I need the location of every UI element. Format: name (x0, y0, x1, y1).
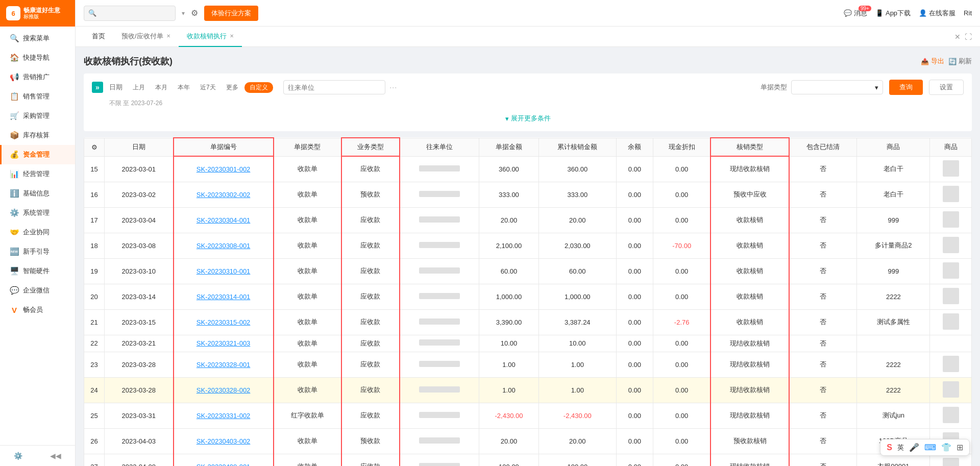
bill-no-link[interactable]: SK-20230301-002 (197, 165, 251, 173)
logo-line1: 畅康道好生意 (23, 7, 60, 14)
ime-keyboard-icon[interactable]: ⌨ (924, 443, 936, 452)
bill-no-link[interactable]: SK-20230315-002 (197, 318, 251, 326)
topbar-gear-icon[interactable]: ⚙ (191, 8, 198, 18)
sidebar-item-finance[interactable]: 💰 资金管理 (0, 145, 75, 164)
bill-no-link[interactable]: SK-20230403-002 (197, 437, 251, 445)
ime-lang-label[interactable]: 英 (897, 443, 904, 452)
message-icon: 💬 (844, 9, 852, 17)
unit-input[interactable] (283, 80, 385, 94)
bill-no-link[interactable]: SK-20230408-001 (197, 463, 251, 467)
table-row: 16 2023-03-02 SK-20230302-002 收款单 预收款 33… (84, 182, 972, 207)
tab-prepay-close[interactable]: ✕ (166, 33, 170, 39)
cell-included: 否 (789, 309, 857, 335)
bill-no-link[interactable]: SK-20230328-002 (197, 386, 251, 394)
query-button[interactable]: 查询 (889, 80, 923, 95)
sidebar-item-marketing[interactable]: 📢 营销推广 (0, 67, 75, 87)
cell-goods2 (930, 335, 972, 352)
sidebar-item-inventory[interactable]: 📦 库存核算 (0, 126, 75, 145)
cell-unit (400, 182, 479, 207)
tab-prepay[interactable]: 预收/应收付单 ✕ (113, 27, 179, 47)
cell-bill-type: 收款单 (274, 258, 342, 284)
ime-mic-icon[interactable]: 🎤 (909, 443, 919, 452)
date-btn-more[interactable]: 更多 (222, 82, 242, 93)
date-btn-custom[interactable]: 自定义 (244, 82, 273, 93)
cell-bill-no: SK-20230304-001 (174, 207, 274, 233)
page-actions: 📤 导出 🔄 刷新 (921, 57, 972, 66)
ime-apps-icon[interactable]: ⊞ (957, 443, 963, 452)
app-download-button[interactable]: 📱 App下载 (875, 9, 911, 18)
table-row: 17 2023-03-04 SK-20230304-001 收款单 应收款 20… (84, 207, 972, 233)
col-bill-no: 单据编号 (174, 138, 274, 156)
sidebar-item-member[interactable]: V 畅会员 (0, 300, 75, 320)
cell-bill-type: 收款单 (274, 309, 342, 335)
date-btn-thisyear[interactable]: 本年 (174, 82, 194, 93)
cell-goods1: 老白干 (857, 182, 930, 207)
bill-no-link[interactable]: SK-20230314-001 (197, 293, 251, 301)
sidebar-item-hardware[interactable]: 🖥️ 智能硬件 (0, 261, 75, 281)
date-btn-thismonth[interactable]: 本月 (151, 82, 172, 93)
cell-balance: 0.00 (616, 428, 653, 454)
sidebar-item-quicknav[interactable]: 🏠 快捷导航 (0, 48, 75, 67)
tab-expand-icon[interactable]: ⛶ (965, 33, 972, 41)
solution-button[interactable]: 体验行业方案 (204, 6, 258, 21)
bill-no-link[interactable]: SK-20230308-001 (197, 242, 251, 250)
tab-home[interactable]: 首页 (84, 27, 113, 47)
ime-shirt-icon[interactable]: 👕 (941, 443, 951, 452)
topbar-search-box[interactable]: 🔍 (84, 6, 176, 21)
cell-bill-no: SK-20230310-001 (174, 258, 274, 284)
filter-expand-toggle[interactable]: » (92, 82, 103, 93)
sidebar-item-corp[interactable]: 🤝 企业协同 (0, 223, 75, 242)
cell-unit (400, 377, 479, 403)
sidebar-item-guide[interactable]: 🆕 新手引导 (0, 242, 75, 261)
settings-gear-icon[interactable]: ⚙️ (10, 450, 27, 462)
bill-no-link[interactable]: SK-20230310-001 (197, 267, 251, 275)
cell-writeoff-amount: 333.00 (538, 182, 616, 207)
cell-biz-type: 应收款 (341, 309, 400, 335)
cell-balance: 0.00 (616, 284, 653, 309)
sidebar-item-basic[interactable]: ℹ️ 基础信息 (0, 184, 75, 203)
marketing-icon: 📢 (10, 72, 19, 82)
sidebar-item-sales[interactable]: 📋 销售管理 (0, 87, 75, 106)
collapse-icon[interactable]: ◀◀ (46, 450, 65, 462)
user-menu[interactable]: Rit (964, 9, 972, 17)
tab-writeoff[interactable]: 收款核销执行 ✕ (179, 27, 242, 47)
col-unit: 往来单位 (400, 138, 479, 156)
online-service-button[interactable]: 👤 在线客服 (919, 9, 955, 18)
bill-no-link[interactable]: SK-20230321-003 (197, 339, 251, 347)
cell-writeoff-type: 现结收款核销 (710, 352, 789, 377)
sidebar-label-corp: 企业协同 (23, 228, 50, 237)
bill-no-link[interactable]: SK-20230328-001 (197, 361, 251, 369)
bill-type-select[interactable]: ▾ (791, 80, 883, 94)
tab-close-all-icon[interactable]: ✕ (954, 33, 961, 41)
cell-discount: 0.00 (653, 352, 711, 377)
sidebar-item-search[interactable]: 🔍 搜索菜单 (0, 29, 75, 48)
expand-more-button[interactable]: ▾ 展开更多条件 (505, 114, 551, 123)
message-button[interactable]: 💬 消息 99+ (844, 9, 867, 18)
refresh-button[interactable]: 🔄 刷新 (948, 57, 972, 66)
cell-balance: 0.00 (616, 258, 653, 284)
topbar-dropdown-arrow[interactable]: ▾ (182, 10, 185, 17)
bill-no-link[interactable]: SK-20230302-002 (197, 191, 251, 199)
cell-amount: 10.00 (479, 335, 539, 352)
cell-unit (400, 352, 479, 377)
bill-no-link[interactable]: SK-20230331-002 (197, 412, 251, 420)
table-scroll[interactable]: ⚙ 日期 单据编号 单据类型 业务类型 往来单位 单据金额 累计核销金额 余额 … (84, 137, 972, 466)
date-btn-7days[interactable]: 近7天 (196, 82, 220, 93)
cell-date: 2023-03-28 (105, 352, 174, 377)
service-icon: 👤 (919, 9, 927, 17)
cell-goods2 (930, 182, 972, 207)
cell-writeoff-amount: -2,430.00 (538, 403, 616, 428)
settings-button[interactable]: 设置 (929, 80, 964, 95)
date-btn-lastmonth[interactable]: 上月 (129, 82, 149, 93)
sidebar-item-wechat[interactable]: 💬 企业微信 (0, 281, 75, 300)
tab-writeoff-close[interactable]: ✕ (230, 33, 234, 39)
export-button[interactable]: 📤 导出 (921, 57, 944, 66)
col-settings[interactable]: ⚙ (84, 138, 105, 156)
sidebar-item-purchase[interactable]: 🛒 采购管理 (0, 106, 75, 126)
unit-dots[interactable]: ··· (389, 82, 397, 93)
bill-no-link[interactable]: SK-20230304-001 (197, 216, 251, 224)
cell-no: 17 (84, 207, 105, 233)
sidebar-label-purchase: 采购管理 (23, 111, 50, 120)
sidebar-item-operations[interactable]: 📊 经营管理 (0, 164, 75, 184)
sidebar-item-system[interactable]: ⚙️ 系统管理 (0, 203, 75, 223)
